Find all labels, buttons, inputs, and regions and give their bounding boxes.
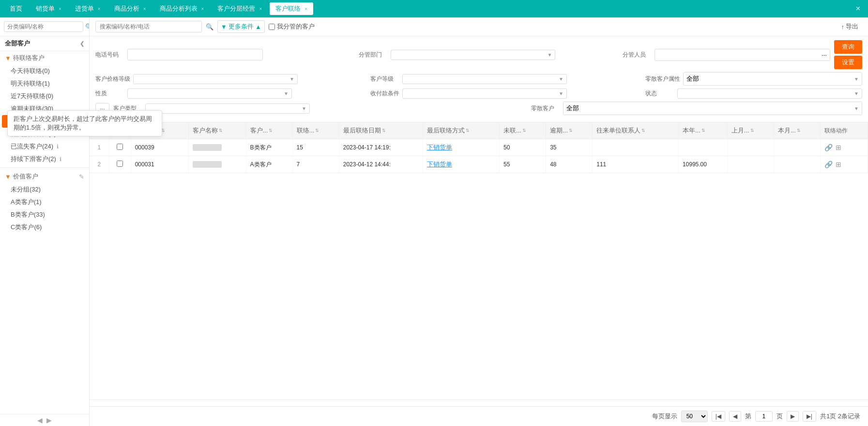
sidebar-item-7days-pending[interactable]: 近7天待联络(0) <box>0 90 89 103</box>
payment-chevron: ▼ <box>559 91 563 96</box>
prev-page-btn[interactable]: ◀ <box>729 411 741 422</box>
detail-action-icon[interactable]: ⊞ <box>836 161 841 168</box>
sidebar-collapse-icon: ❮ <box>80 41 84 47</box>
retail-attr-select[interactable]: 全部 ▼ <box>683 72 862 86</box>
sidebar-item-ungrouped[interactable]: 未分组(32) <box>0 183 89 196</box>
table-row: 1 000039 B类客户 15 2023-04-17 14:19: 下销货单 … <box>90 139 868 156</box>
first-page-btn[interactable]: |◀ <box>712 411 725 422</box>
row-checkbox[interactable] <box>109 139 131 156</box>
sort-icon-contact[interactable]: ⇅ <box>315 128 319 133</box>
payment-select[interactable]: ▼ <box>402 88 567 99</box>
my-customers-checkbox-area[interactable]: 我分管的客户 <box>269 22 315 31</box>
row-actions: 🔗 ⊞ <box>821 156 868 173</box>
filter-retail-attr-field: 零散客户属性 全部 ▼ <box>645 72 862 86</box>
page-input[interactable] <box>755 411 773 422</box>
filter-customer-level-field: 客户等级 ▼ <box>370 74 641 84</box>
sort-icon-last-date[interactable]: ⇅ <box>382 128 386 133</box>
sort-icon-unlinked[interactable]: ⇅ <box>522 128 526 133</box>
content-area: 🔍 ▼ 更多条件 ▲ 我分管的客户 ↑ 导出 电话号码 <box>90 17 868 426</box>
sort-icon-contact-person[interactable]: ⇅ <box>641 128 645 133</box>
my-customers-checkbox[interactable] <box>269 24 275 30</box>
manager-select[interactable]: ··· <box>655 49 830 61</box>
row-checkbox[interactable] <box>109 156 131 173</box>
status-select[interactable]: ▼ <box>677 88 862 99</box>
row-name <box>188 139 246 156</box>
nav-product-analysis-list[interactable]: 商品分析列表 × <box>154 2 210 15</box>
edit-icon[interactable]: ✎ <box>79 173 84 180</box>
sidebar-nav-right[interactable]: ▶ <box>46 416 52 424</box>
search-input[interactable] <box>95 21 202 32</box>
horizontal-scrollbar[interactable] <box>90 399 868 406</box>
th-last-date-label: 最后联络日期 <box>343 126 381 135</box>
sidebar-search-input[interactable] <box>4 21 83 32</box>
sidebar-pending-section[interactable]: ▼ 待联络客户 <box>0 51 89 65</box>
th-year-amount: 本年... ⇅ <box>678 122 727 139</box>
sidebar-all-customers[interactable]: 全部客户 ❮ <box>0 36 89 51</box>
nav-product-analysis[interactable]: 商品分析 × <box>108 2 152 15</box>
sidebar-item-b-class[interactable]: B类客户(33) <box>0 208 89 221</box>
sidebar-nav-left[interactable]: ◀ <box>37 416 43 424</box>
sidebar-item-declining[interactable]: 持续下滑客户(2) ℹ <box>0 153 89 165</box>
sidebar-item-c-class[interactable]: C类客户(6) <box>0 221 89 234</box>
close-product-analysis-tab[interactable]: × <box>143 6 146 12</box>
per-page-select[interactable]: 50 100 200 <box>681 411 708 422</box>
customer-type-select[interactable]: ▼ <box>145 103 310 114</box>
nav-home[interactable]: 首页 <box>4 2 28 15</box>
sidebar-search-icon[interactable]: 🔍 <box>85 23 90 30</box>
sort-icon-name[interactable]: ⇅ <box>219 128 223 133</box>
sidebar-item-churned[interactable]: 已流失客户(24) ℹ <box>0 140 89 153</box>
sort-icon-last-month[interactable]: ⇅ <box>750 128 754 133</box>
contact-action-icon[interactable]: 🔗 <box>824 144 833 151</box>
phone-input[interactable] <box>127 49 263 60</box>
per-page-label: 每页显示 <box>652 412 677 421</box>
sidebar-item-tomorrow-pending[interactable]: 明天待联络(1) <box>0 77 89 90</box>
close-sales-tab[interactable]: × <box>59 6 61 12</box>
info-icon-declining: ℹ <box>60 156 61 162</box>
row-last-date: 2023-04-17 14:19: <box>339 139 423 156</box>
sort-icon-this-month[interactable]: ⇅ <box>797 128 801 133</box>
sidebar-content: 全部客户 ❮ ▼ 待联络客户 今天待联络(0) 明天待联络(1) 近7天待联络(… <box>0 36 89 414</box>
query-button[interactable]: 查询 <box>834 40 862 54</box>
sort-icon-last-method[interactable]: ⇅ <box>466 128 470 133</box>
sidebar-item-a-class[interactable]: A类客户(1) <box>0 196 89 208</box>
filter-status-field: 状态 ▼ <box>645 88 862 99</box>
th-contact-count: 联络... ⇅ <box>292 122 339 139</box>
sort-icon-year[interactable]: ⇅ <box>701 128 705 133</box>
row-last-method: 下销货单 <box>423 156 499 173</box>
contact-action-icon[interactable]: 🔗 <box>824 161 833 168</box>
customer-level-select[interactable]: ▼ <box>402 74 567 84</box>
price-level-select[interactable]: ▼ <box>133 74 298 84</box>
th-overdue: 逾期... ⇅ <box>546 122 593 139</box>
repurchase-tooltip: 距客户上次交易时长，超过了此客户的平均交易周期的1.5倍，则视为异常。 <box>90 110 162 136</box>
dept-select[interactable]: ▼ <box>391 50 555 60</box>
close-customer-tier-tab[interactable]: × <box>259 6 262 12</box>
nav-customer-tier[interactable]: 客户分层经营 × <box>212 2 268 15</box>
close-customer-contact-tab[interactable]: × <box>305 6 307 12</box>
export-button[interactable]: ↑ 导出 <box>838 21 863 32</box>
th-name: 客户名称 ⇅ <box>188 122 246 139</box>
detail-action-icon[interactable]: ⊞ <box>836 144 841 151</box>
page-label: 第 <box>745 412 751 421</box>
nav-customer-contact[interactable]: 客户联络 × <box>270 2 313 15</box>
sort-icon-type[interactable]: ⇅ <box>269 128 273 133</box>
gender-select[interactable]: ▼ <box>127 88 292 99</box>
close-purchase-tab[interactable]: × <box>98 6 101 12</box>
more-conditions-button[interactable]: ▼ 更多条件 ▲ <box>217 20 265 33</box>
table-header-row: ⚙ 客户编码 ⇅ 客户名称 <box>90 122 868 139</box>
last-page-btn[interactable]: ▶| <box>803 411 816 422</box>
window-close-button[interactable]: × <box>852 2 864 15</box>
filter-search-icon[interactable]: 🔍 <box>206 23 213 30</box>
nav-purchase[interactable]: 进货单 × <box>69 2 107 15</box>
row-this-month <box>774 139 820 156</box>
settings-button[interactable]: 设置 <box>834 56 862 69</box>
next-page-btn[interactable]: ▶ <box>787 411 799 422</box>
retail-customer-select[interactable]: 全部 ▼ <box>563 102 862 115</box>
th-unlinked-label: 未联... <box>503 126 521 135</box>
sidebar-item-today-pending[interactable]: 今天待联络(0) <box>0 65 89 77</box>
total-label: 共1页 2条记录 <box>820 412 860 421</box>
sidebar-value-section[interactable]: ▼ 价值客户 ✎ <box>0 170 89 183</box>
nav-sales[interactable]: 销货单 × <box>30 2 67 15</box>
filter-row-2: 客户价格等级 ▼ 客户等级 ▼ 零散客户属性 全部 <box>95 72 862 86</box>
sort-icon-overdue[interactable]: ⇅ <box>569 128 573 133</box>
close-product-analysis-list-tab[interactable]: × <box>201 6 204 12</box>
